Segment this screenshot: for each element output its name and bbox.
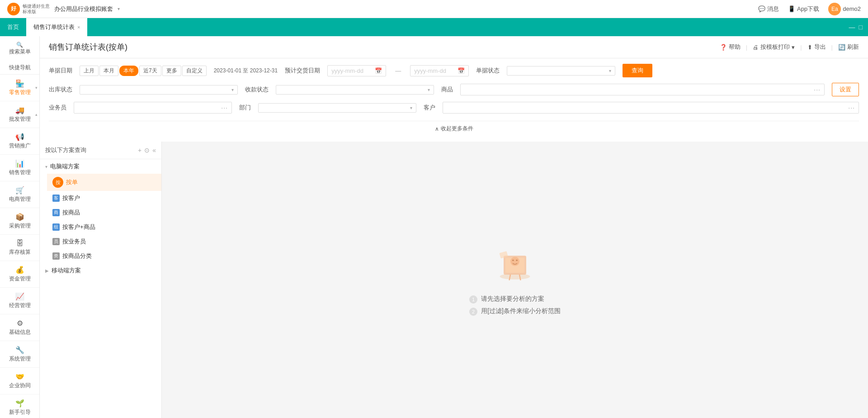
filter-row-1: 单据日期 上月 本月 本年 近7天 更多 自定义 2023-01-01 至 20… (49, 64, 859, 77)
payment-status-label: 收款状态 (245, 86, 269, 94)
scheme-by-customer-label: 按客户 (62, 194, 80, 202)
dropdown-arrow-icon[interactable]: ▾ (118, 6, 120, 11)
delivery-status-select[interactable]: ▾ (80, 85, 238, 95)
svg-point-3 (510, 256, 519, 266)
left-panel-actions: + ⊙ « (138, 147, 156, 154)
salesperson-label: 业务员 (49, 104, 66, 112)
print-button[interactable]: 🖨 按模板打印 ▾ (753, 43, 795, 51)
custom-btn[interactable]: 自定义 (182, 66, 207, 76)
home-tab[interactable]: 首页 (0, 18, 26, 36)
delivery-date-end-input[interactable]: yyyy-mm-dd 📅 (410, 65, 469, 76)
content-area: 销售订单统计表(按单) ❓ 帮助 | 🖨 按模板打印 ▾ | ⬆ (40, 36, 868, 418)
collapse-btn[interactable]: ∧ 收起更多条件 (435, 125, 473, 133)
page-title: 销售订单统计表(按单) (49, 42, 127, 52)
status-select-arrow-icon: ▾ (609, 68, 611, 73)
salesperson-select[interactable]: ··· (74, 102, 232, 114)
sidebar-item-retail[interactable]: 🏪 零售管理 ▾ (0, 75, 39, 101)
collapse-btn-row: ∧ 收起更多条件 (49, 121, 859, 136)
scheme-by-category[interactable]: 类 按商品分类 (47, 249, 161, 263)
content-body: 按以下方案查询 + ⊙ « ▾ 电脑端方案 按 按单 (40, 142, 868, 418)
export-label: 导出 (814, 43, 826, 51)
sidebar-item-sales[interactable]: 📊 销售管理 (0, 155, 39, 181)
scheme-by-customer-goods[interactable]: 组 按客户+商品 (47, 220, 161, 234)
user-menu[interactable]: Ea demo2 (828, 3, 861, 15)
this-month-btn[interactable]: 本月 (99, 66, 118, 76)
app-download-button[interactable]: 📱 App下载 (788, 5, 819, 13)
quick-nav-item[interactable]: 快捷导航 (0, 61, 39, 75)
search-menu-label[interactable]: 🔍 搜索菜单 (4, 40, 36, 57)
customer-select[interactable]: ··· (443, 102, 859, 114)
customer-dots-icon[interactable]: ··· (848, 104, 855, 111)
tree-expand-icon[interactable]: ▾ (45, 164, 47, 169)
help-button[interactable]: ❓ 帮助 (720, 43, 741, 51)
empty-state: 1 请先选择要分析的方案 2 用[过滤]条件来缩小分析范围 (162, 142, 868, 418)
scheme-by-order[interactable]: 按 按单 (47, 174, 161, 191)
settings-button[interactable]: 设置 (832, 83, 859, 96)
date-separator: — (395, 67, 401, 74)
sidebar-item-purchase[interactable]: 📦 采购管理 (0, 208, 39, 235)
sidebar-item-guide[interactable]: 🌱 新手引导 (0, 394, 39, 418)
message-button[interactable]: 💬 消息 (758, 5, 779, 13)
settings-scheme-icon[interactable]: ⊙ (144, 147, 150, 154)
sidebar-item-inventory[interactable]: 🗄 库存核算 (0, 235, 39, 261)
add-scheme-icon[interactable]: + (138, 147, 142, 154)
date-start-text: yyyy-mm-dd (331, 67, 363, 74)
scheme-by-goods[interactable]: 商 按商品 (47, 205, 161, 220)
scheme-by-customer[interactable]: 客 按客户 (47, 191, 161, 205)
delivery-date-start-input[interactable]: yyyy-mm-dd 📅 (327, 65, 386, 76)
sidebar-item-marketing[interactable]: 📢 营销推广 (0, 128, 39, 155)
export-button[interactable]: ⬆ 导出 (807, 43, 826, 51)
home-tab-label: 首页 (7, 23, 19, 31)
system-icon: 🔧 (15, 346, 24, 354)
sidebar-item-wholesale[interactable]: 🚚 批发管理 ▴ (0, 101, 39, 128)
sidebar-item-finance[interactable]: 💰 资金管理 (0, 261, 39, 288)
salesperson-dots-icon[interactable]: ··· (221, 104, 228, 111)
print-dropdown-icon[interactable]: ▾ (792, 44, 795, 51)
mobile-expand-icon[interactable]: ▶ (45, 268, 49, 273)
payment-status-select[interactable]: ▾ (276, 85, 434, 95)
active-tab[interactable]: 销售订单统计表 × (26, 18, 87, 36)
query-button[interactable]: 查询 (623, 64, 652, 77)
empty-state-step-1: 1 请先选择要分析的方案 (469, 295, 561, 304)
refresh-button[interactable]: 🔄 刷新 (838, 43, 859, 51)
sidebar-item-enterprise-label: 企业协同 (9, 382, 31, 390)
last7-btn[interactable]: 近7天 (139, 66, 161, 76)
maximize-icon[interactable]: □ (859, 24, 863, 31)
status-select[interactable]: ▾ (507, 66, 615, 76)
step-1-num: 1 (469, 295, 477, 304)
collapse-scheme-icon[interactable]: « (152, 147, 156, 154)
last-month-btn[interactable]: 上月 (80, 66, 99, 76)
left-panel-header: 按以下方案查询 + ⊙ « (40, 142, 161, 159)
step-2-num: 2 (469, 308, 477, 316)
scheme-by-salesperson[interactable]: 员 按业务员 (47, 234, 161, 249)
scheme-by-category-label: 按商品分类 (62, 252, 92, 260)
minimize-icon[interactable]: — (849, 24, 855, 31)
delivery-date-label: 预计交货日期 (285, 66, 320, 75)
goods-select[interactable]: ··· (460, 84, 825, 95)
close-tab-icon[interactable]: × (77, 24, 80, 30)
sidebar-item-enterprise[interactable]: 🤝 企业协同 (0, 368, 39, 394)
purchase-icon: 📦 (15, 213, 24, 221)
nav-tab-actions: — □ (849, 24, 868, 31)
scheme-by-customer-goods-icon: 组 (52, 223, 60, 231)
wholesale-icon: 🚚 (15, 106, 24, 114)
department-select[interactable]: ▾ (258, 103, 416, 113)
sidebar-item-ecommerce[interactable]: 🛒 电商管理 (0, 181, 39, 208)
calendar-end-icon[interactable]: 📅 (458, 67, 465, 74)
collapse-icon: ∧ (435, 126, 439, 132)
basic-icon: ⚙ (17, 319, 23, 328)
sidebar-item-operations[interactable]: 📈 经营管理 (0, 288, 39, 314)
date-quick-btns: 上月 本月 本年 近7天 更多 自定义 (80, 66, 207, 76)
sidebar-item-ecommerce-label: 电商管理 (9, 195, 31, 203)
sidebar-item-basic[interactable]: ⚙ 基础信息 (0, 314, 39, 341)
tree-mobile-section: ▶ 移动端方案 (40, 263, 161, 278)
more-btn[interactable]: 更多 (162, 66, 181, 76)
date-end-text: yyyy-mm-dd (414, 67, 446, 74)
this-year-btn[interactable]: 本年 (119, 66, 138, 76)
calendar-start-icon[interactable]: 📅 (375, 67, 382, 74)
collapse-label: 收起更多条件 (441, 125, 473, 133)
goods-dots-icon[interactable]: ··· (814, 86, 821, 93)
sidebar-item-system[interactable]: 🔧 系统管理 (0, 341, 39, 368)
search-menu-btn[interactable]: 🔍 搜索菜单 (0, 36, 39, 61)
empty-state-step-2: 2 用[过滤]条件来缩小分析范围 (469, 307, 561, 316)
